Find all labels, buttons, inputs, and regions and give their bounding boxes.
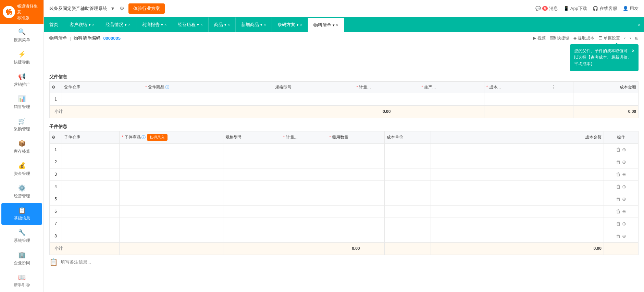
- child-unit-cell[interactable]: [281, 143, 327, 156]
- child-product-cell[interactable]: [120, 193, 223, 205]
- child-warehouse-cell[interactable]: [62, 156, 120, 168]
- child-product-cell[interactable]: [120, 156, 223, 168]
- delete-icon[interactable]: 🗑: [616, 159, 621, 165]
- delete-icon[interactable]: 🗑: [616, 196, 621, 202]
- child-spec-cell[interactable]: [223, 230, 281, 242]
- prev-action[interactable]: ‹: [624, 36, 626, 40]
- get-cost-action[interactable]: ◈ 提取成本: [573, 35, 594, 41]
- copy-icon[interactable]: ⊕: [622, 184, 626, 189]
- sidebar-item-basic-info[interactable]: 📋 基础信息: [1, 203, 42, 225]
- delete-icon[interactable]: 🗑: [616, 233, 621, 239]
- child-warehouse-cell[interactable]: [62, 143, 120, 156]
- copy-icon[interactable]: ⊕: [622, 147, 626, 152]
- tab-ops-history[interactable]: 经营历程 ▾ ×: [172, 17, 208, 32]
- tab-barcode[interactable]: 条码方案 ▾ ×: [272, 17, 308, 32]
- note-input[interactable]: [61, 259, 639, 265]
- tab-profit-close[interactable]: ×: [164, 23, 166, 27]
- grid-view-action[interactable]: ⊞: [635, 36, 639, 40]
- child-unit-price-cell[interactable]: [385, 230, 431, 242]
- tab-bom-close[interactable]: ×: [336, 23, 338, 27]
- parent-col-settings[interactable]: ⚙: [50, 81, 62, 93]
- sidebar-item-guide[interactable]: 📖 新手引导: [1, 270, 42, 292]
- tab-history-close[interactable]: ×: [200, 23, 202, 27]
- tooltip-close-button[interactable]: ×: [632, 48, 634, 54]
- tab-ops-close[interactable]: ×: [128, 23, 130, 27]
- tab-products-close[interactable]: ×: [228, 23, 230, 27]
- child-product-cell[interactable]: [120, 143, 223, 156]
- sidebar-item-finance[interactable]: 💰 资金管理: [1, 159, 42, 180]
- tab-barcode-close[interactable]: ×: [300, 23, 302, 27]
- child-product-cell[interactable]: [120, 168, 223, 180]
- copy-icon[interactable]: ⊕: [622, 159, 626, 165]
- sidebar-item-enterprise[interactable]: 🏢 企业协同: [1, 248, 42, 269]
- parent-product-cell[interactable]: [143, 93, 273, 105]
- child-warehouse-cell[interactable]: [62, 180, 120, 193]
- child-product-cell[interactable]: [120, 230, 223, 242]
- child-col-settings[interactable]: ⚙: [50, 131, 62, 143]
- child-spec-cell[interactable]: [223, 156, 281, 168]
- message-action[interactable]: 💬 6 消息: [535, 5, 558, 12]
- parent-unit-cell[interactable]: [354, 93, 419, 105]
- delete-icon[interactable]: 🗑: [616, 184, 621, 189]
- child-unit-cell[interactable]: [281, 230, 327, 242]
- delete-icon[interactable]: 🗑: [616, 147, 621, 152]
- delete-icon[interactable]: 🗑: [616, 172, 621, 177]
- child-warehouse-cell[interactable]: [62, 205, 120, 218]
- trial-button[interactable]: 体验行业方案: [128, 3, 165, 14]
- sidebar-item-marketing[interactable]: 📢 营销推广: [1, 69, 42, 91]
- online-service-action[interactable]: 🎧 在线客服: [593, 5, 617, 12]
- child-unit-price-cell[interactable]: [385, 205, 431, 218]
- child-spec-cell[interactable]: [223, 168, 281, 180]
- child-unit-price-cell[interactable]: [385, 156, 431, 168]
- child-unit-price-cell[interactable]: [385, 193, 431, 205]
- parent-warehouse-cell[interactable]: [62, 93, 143, 105]
- child-unit-cell[interactable]: [281, 205, 327, 218]
- tab-newproduct-close[interactable]: ×: [264, 23, 266, 27]
- child-unit-price-cell[interactable]: [385, 168, 431, 180]
- child-unit-cell[interactable]: [281, 193, 327, 205]
- close-all-tabs[interactable]: ×: [634, 18, 644, 32]
- sidebar-item-operations[interactable]: ⚙️ 经营管理: [1, 181, 42, 202]
- copy-icon[interactable]: ⊕: [622, 209, 626, 214]
- child-spec-cell[interactable]: [223, 218, 281, 230]
- tab-customers-close[interactable]: ×: [92, 23, 94, 27]
- child-spec-cell[interactable]: [223, 205, 281, 218]
- child-warehouse-cell[interactable]: [62, 193, 120, 205]
- sidebar-item-sales[interactable]: 📊 销售管理: [1, 92, 42, 113]
- next-action[interactable]: ›: [630, 36, 631, 40]
- parent-cost-cell[interactable]: [484, 93, 549, 105]
- delete-icon[interactable]: 🗑: [616, 221, 621, 226]
- tab-bom[interactable]: 物料清单 ▾ ×: [308, 17, 344, 32]
- child-product-cell[interactable]: [120, 180, 223, 193]
- tab-ops-status[interactable]: 经营情况 ▾ ×: [100, 17, 136, 32]
- sidebar-item-search[interactable]: 🔍 搜索菜单: [1, 25, 42, 46]
- system-dropdown-button[interactable]: ▾: [110, 4, 115, 13]
- sidebar-item-system[interactable]: 🔧 系统管理: [1, 225, 42, 247]
- child-qty-cell[interactable]: [327, 230, 385, 242]
- copy-icon[interactable]: ⊕: [622, 221, 626, 226]
- child-unit-cell[interactable]: [281, 168, 327, 180]
- child-product-cell[interactable]: [120, 205, 223, 218]
- settings-button[interactable]: ⚙: [118, 4, 126, 13]
- child-warehouse-cell[interactable]: [62, 168, 120, 180]
- user-action[interactable]: 👤 用友: [623, 5, 639, 12]
- child-unit-cell[interactable]: [281, 218, 327, 230]
- scan-input-button[interactable]: 扫码录入: [147, 134, 168, 141]
- tab-products[interactable]: 商品 ▾ ×: [209, 17, 236, 32]
- sidebar-item-quick-nav[interactable]: ⚡ 快捷导航: [1, 47, 42, 69]
- child-product-cell[interactable]: [120, 218, 223, 230]
- child-qty-cell[interactable]: [327, 218, 385, 230]
- view-action[interactable]: ▶ 视频: [533, 35, 546, 41]
- copy-icon[interactable]: ⊕: [622, 233, 626, 239]
- child-warehouse-cell[interactable]: [62, 230, 120, 242]
- child-qty-cell[interactable]: [327, 193, 385, 205]
- child-qty-cell[interactable]: [327, 168, 385, 180]
- child-unit-price-cell[interactable]: [385, 143, 431, 156]
- tab-customers[interactable]: 客户联络 ▾ ×: [64, 17, 100, 32]
- child-unit-cell[interactable]: [281, 156, 327, 168]
- tab-new-product[interactable]: 新增商品 ▾ ×: [236, 17, 272, 32]
- child-qty-cell[interactable]: [327, 205, 385, 218]
- single-settings-action[interactable]: ☰ 单据设置: [598, 35, 620, 41]
- child-warehouse-cell[interactable]: [62, 218, 120, 230]
- child-unit-price-cell[interactable]: [385, 180, 431, 193]
